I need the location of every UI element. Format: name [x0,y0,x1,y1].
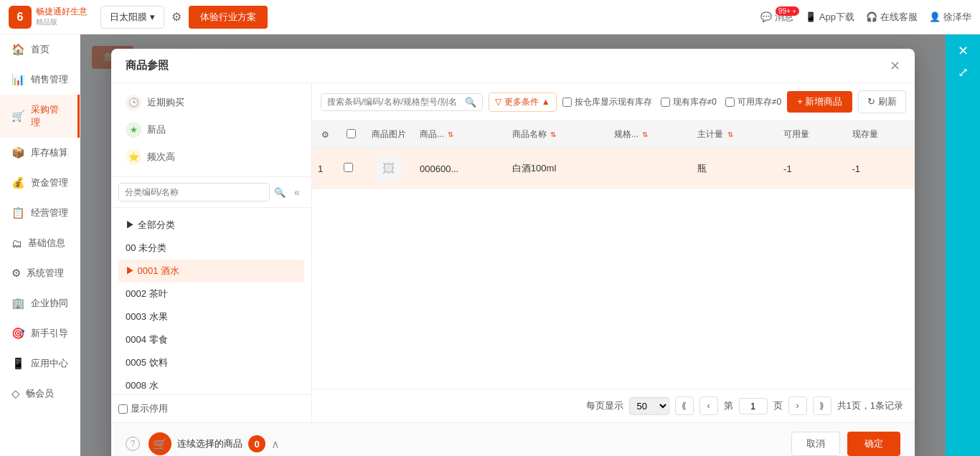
select-all-checkbox[interactable] [347,129,356,138]
enterprise-icon: 🏢 [11,297,25,310]
add-product-button[interactable]: + 新增商品 [787,91,852,113]
avail-ne-zero-checkbox[interactable]: 可用库存≠0 [725,96,781,108]
product-search-icon[interactable]: 🔍 [465,97,476,108]
page-size-select[interactable]: 50 10 20 100 [629,397,669,415]
code-sort-icon[interactable]: ⇅ [448,130,453,138]
category-fruit[interactable]: 0003 水果 [118,305,304,328]
row-spec [608,148,692,189]
name-sort-icon[interactable]: ⇅ [550,130,556,138]
category-tea[interactable]: 0002 茶叶 [118,282,304,305]
gear-icon[interactable]: ⚙ [171,10,182,24]
nav-new-product[interactable]: ★ 新品 [118,116,304,143]
recent-buy-label: 近期购买 [147,96,184,109]
help-icon[interactable]: ? [126,437,140,451]
show-disabled-input[interactable] [118,404,128,414]
row-code: 000600... [414,148,507,189]
sidebar-item-guide[interactable]: 🎯 新手引导 [0,318,80,348]
modal-footer: ? 🛒 连续选择的商品 0 ∧ 取消 确定 [111,422,915,456]
prev-page-button[interactable]: ‹ [699,396,718,415]
cancel-button[interactable]: 取消 [791,432,840,456]
sidebar-item-operations[interactable]: 📋 经营管理 [0,198,80,228]
stock-ne-zero-checkbox[interactable]: 现有库存≠0 [661,96,717,108]
page-number-input[interactable] [739,398,768,414]
category-tea-label: 0002 茶叶 [126,288,168,300]
category-unclassified[interactable]: 00 未分类 [118,237,304,260]
category-search-icon[interactable]: 🔍 [274,187,286,198]
row-select-checkbox[interactable] [344,163,353,172]
cart-expand-icon[interactable]: ∧ [271,437,280,451]
nav-recent-buy[interactable]: 🕒 近期购买 [118,89,304,116]
sidebar-item-home[interactable]: 🏠 首页 [0,34,80,65]
th-settings: ⚙ [312,121,338,148]
sidebar-item-basic-info[interactable]: 🗂 基础信息 [0,228,80,258]
refresh-product-button[interactable]: ↻ 刷新 [858,90,906,113]
category-liquor[interactable]: ▶ 0001 酒水 [118,260,304,282]
avail-ne-zero-input[interactable] [725,98,735,107]
product-search-input[interactable] [327,97,462,107]
sidebar-item-finance[interactable]: 💰 资金管理 [0,168,80,198]
row-avail: -1 [778,148,846,189]
category-drinks[interactable]: 0005 饮料 [118,351,304,374]
table-settings-icon[interactable]: ⚙ [321,130,329,140]
category-all[interactable]: ▶ 全部分类 [118,214,304,237]
collapse-button[interactable]: « [290,185,304,199]
show-disabled-checkbox[interactable]: 显示停用 [118,402,168,415]
table-row[interactable]: 1 🖼 [312,148,915,189]
warehouse-display-label: 按仓库显示现有库存 [575,96,652,108]
cart-icon: 🛒 [153,437,167,451]
stock-ne-zero-input[interactable] [661,98,670,107]
nav-high-freq[interactable]: ⭐ 频次高 [118,143,304,171]
sidebar: 🏠 首页 📊 销售管理 🛒 采购管理 📦 库存核算 💰 资金管理 📋 经营管理 … [0,34,80,456]
sidebar-item-system[interactable]: ⚙ 系统管理 [0,258,80,288]
spec-sort-icon[interactable]: ⇅ [642,130,648,138]
sidebar-item-enterprise[interactable]: 🏢 企业协同 [0,288,80,318]
category-water-label: 0008 水 [126,379,159,392]
unit-sort-icon[interactable]: ⇅ [727,130,733,138]
warehouse-display-checkbox[interactable]: 按仓库显示现有库存 [562,96,652,108]
category-water[interactable]: 0008 水 [118,374,304,394]
guide-icon: 🎯 [11,327,25,340]
sidebar-item-purchase[interactable]: 🛒 采购管理 [0,95,80,138]
sidebar-item-sales[interactable]: 📊 销售管理 [0,65,80,95]
message-item[interactable]: 💬 消息 99+ + [760,11,793,24]
filter-label: 更多条件 [504,96,539,108]
filter-chevron: ▲ [542,97,550,107]
cart-count: 0 [248,435,265,452]
next-page-button[interactable]: › [788,396,807,415]
sidebar-item-inventory[interactable]: 📦 库存核算 [0,138,80,168]
sidebar-item-apps[interactable]: 📱 应用中心 [0,348,80,379]
category-search-input[interactable] [118,183,270,201]
last-page-button[interactable]: ⟫ [813,396,831,415]
app-download-item[interactable]: 📱 App下载 [805,11,854,24]
operations-icon: 📋 [11,206,25,219]
cart-icon-wrap[interactable]: 🛒 [149,432,171,455]
first-page-button[interactable]: ⟪ [675,396,694,415]
more-filter-button[interactable]: ▽ 更多条件 ▲ [489,92,557,112]
headset-icon: 🎧 [866,11,877,22]
confirm-button[interactable]: 确定 [847,432,900,456]
store-dropdown[interactable]: 日太阳膜 ▾ [100,6,164,29]
teal-strip: ✕ ⤢ [946,34,980,456]
nav-right-area: 💬 消息 99+ + 📱 App下载 🎧 在线客服 👤 徐泽华 [760,11,971,24]
modal-close-button[interactable]: ✕ [890,60,900,72]
product-table-wrap: ⚙ 商品图片 [312,121,915,389]
user-avatar-area[interactable]: 👤 徐泽华 [929,11,971,24]
new-product-icon: ★ [126,122,141,138]
sidebar-label-guide: 新手引导 [31,327,68,340]
message-badge: 99+ + [776,6,799,16]
finance-icon: 💰 [11,176,25,189]
category-snacks[interactable]: 0004 零食 [118,328,304,351]
experience-button[interactable]: 体验行业方案 [189,6,268,29]
warehouse-display-input[interactable] [562,98,572,107]
teal-close-icon[interactable]: ✕ [958,43,969,59]
modal-body: 🕒 近期购买 ★ 新品 ⭐ 频次高 [111,83,915,422]
sidebar-item-member[interactable]: ◇ 畅会员 [0,379,80,409]
teal-expand-icon[interactable]: ⤢ [958,65,969,80]
recent-buy-icon: 🕒 [126,95,141,110]
store-name: 日太阳膜 [110,11,147,24]
customer-service-item[interactable]: 🎧 在线客服 [866,11,918,24]
high-freq-label: 频次高 [147,151,175,163]
th-image: 商品图片 [364,121,414,148]
sidebar-label-finance: 资金管理 [31,176,68,189]
pagination-row: 每页显示 50 10 20 100 ⟪ ‹ 第 页 [312,389,915,422]
